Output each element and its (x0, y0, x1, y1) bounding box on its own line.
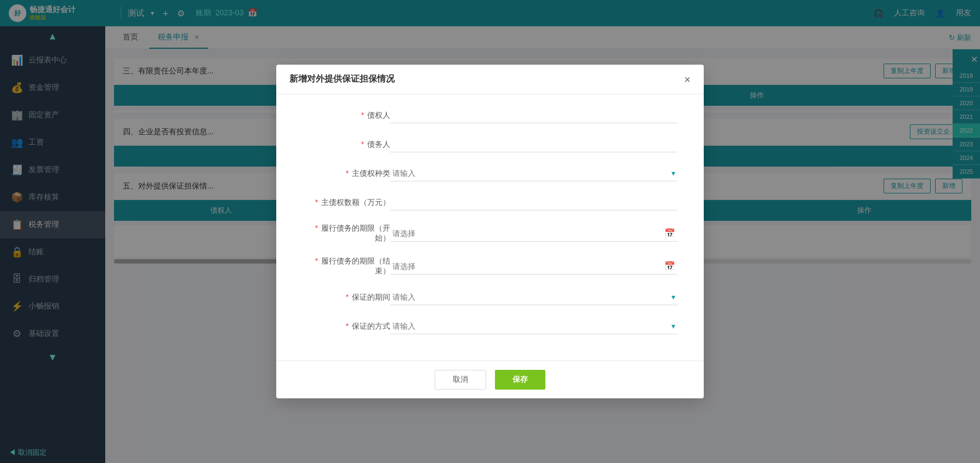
form-row-period-end: * 履行债务的期限（结束） 📅 (303, 256, 677, 276)
modal-body: * 债权人 * 债务人 * 主债权种类 (276, 94, 704, 361)
form-row-debt-type: * 主债权种类 ▾ (303, 165, 677, 181)
required-mark-6: * (315, 256, 318, 265)
required-mark: * (361, 111, 364, 119)
modal-footer: 取消 保存 (276, 361, 704, 398)
guarantee-period-select-wrapper: ▾ (390, 289, 677, 305)
form-row-guarantee-period: * 保证的期间 ▾ (303, 289, 677, 305)
creditor-input[interactable] (390, 107, 677, 123)
label-debt-type: * 主债权种类 (303, 169, 390, 179)
form-row-creditor: * 债权人 (303, 107, 677, 123)
debtor-label-text: 债务人 (367, 140, 390, 148)
required-mark-2: * (361, 140, 364, 148)
debtor-input[interactable] (390, 136, 677, 152)
period-end-calendar-icon[interactable]: 📅 (664, 261, 675, 271)
label-guarantee-period: * 保证的期间 (303, 293, 390, 302)
debt-type-label-text: 主债权种类 (352, 169, 390, 178)
period-start-label-text: 履行债务的期限（开始） (321, 224, 390, 242)
period-end-label-text: 履行债务的期限（结束） (321, 256, 390, 275)
guarantee-period-input[interactable] (390, 289, 677, 305)
modal-dialog: 新增对外提供保证担保情况 × * 债权人 * 债务人 (276, 65, 704, 398)
modal-header: 新增对外提供保证担保情况 × (276, 65, 704, 94)
guarantee-method-label-text: 保证的方式 (352, 322, 390, 330)
label-debtor: * 债务人 (303, 140, 390, 150)
guarantee-period-label-text: 保证的期间 (352, 293, 390, 301)
label-debt-amount: * 主债权数额（万元） (303, 198, 390, 208)
period-start-date-wrapper: 📅 (390, 226, 677, 242)
label-guarantee-method: * 保证的方式 (303, 322, 390, 331)
required-mark-3: * (346, 169, 349, 178)
label-creditor: * 债权人 (303, 111, 390, 121)
label-period-end: * 履行债务的期限（结束） (303, 256, 390, 276)
debt-type-chevron-icon: ▾ (671, 169, 675, 178)
required-mark-5: * (315, 224, 318, 232)
debt-type-input[interactable] (390, 165, 677, 181)
save-button[interactable]: 保存 (495, 370, 545, 390)
period-start-input[interactable] (390, 226, 677, 241)
required-mark-8: * (346, 322, 349, 330)
form-row-period-start: * 履行债务的期限（开始） 📅 (303, 224, 677, 243)
modal-close-icon[interactable]: × (684, 74, 691, 85)
debt-type-select-wrapper: ▾ (390, 165, 677, 181)
guarantee-method-select-wrapper: ▾ (390, 318, 677, 334)
modal-overlay: 新增对外提供保证担保情况 × * 债权人 * 债务人 (0, 0, 980, 463)
form-row-debt-amount: * 主债权数额（万元） (303, 195, 677, 210)
modal-title: 新增对外提供保证担保情况 (289, 73, 395, 85)
guarantee-method-chevron-icon: ▾ (671, 322, 675, 330)
cancel-button[interactable]: 取消 (435, 370, 486, 390)
creditor-label-text: 债权人 (367, 111, 390, 119)
label-period-start: * 履行债务的期限（开始） (303, 224, 390, 243)
required-mark-7: * (346, 293, 349, 301)
guarantee-period-chevron-icon: ▾ (671, 293, 675, 301)
period-end-date-wrapper: 📅 (390, 259, 677, 275)
guarantee-method-input[interactable] (390, 318, 677, 334)
form-row-guarantee-method: * 保证的方式 ▾ (303, 318, 677, 334)
debt-amount-label-text: 主债权数额（万元） (321, 198, 390, 207)
form-row-debtor: * 债务人 (303, 136, 677, 152)
required-mark-4: * (315, 198, 318, 207)
period-end-input[interactable] (390, 259, 677, 274)
debt-amount-input[interactable] (390, 195, 677, 210)
period-start-calendar-icon[interactable]: 📅 (664, 228, 675, 238)
